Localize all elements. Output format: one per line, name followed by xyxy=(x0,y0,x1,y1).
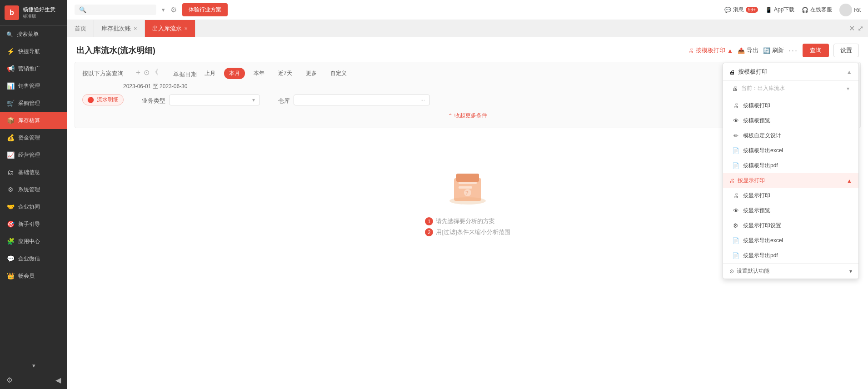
dropdown-item-display-settings[interactable]: ⚙ 按显示打印设置 xyxy=(723,218,858,233)
online-service-button[interactable]: 🎧 在线客服 xyxy=(802,6,832,14)
close-all-icon[interactable]: ✕ xyxy=(849,24,855,33)
sidebar-item-label: 销售管理 xyxy=(18,82,40,90)
refresh-button[interactable]: 🔄 刷新 xyxy=(763,46,784,55)
print-dropdown-menu: 🖨 按模板打印 ▲ 🖨 当前：出入库流水 ▾ 🖨 按 xyxy=(723,63,859,279)
sidebar-item-member[interactable]: 👑 畅会员 xyxy=(0,267,67,284)
topbar: 🔍 ▾ ⚙ 体验行业方案 💬 消息 99+ 📱 App下载 🎧 在线客服 xyxy=(67,0,868,20)
export-button[interactable]: 📤 导出 xyxy=(738,46,758,55)
sidebar-item-quick-nav[interactable]: ⚡ 快捷导航 xyxy=(0,43,67,60)
sidebar-scroll-down[interactable]: ▾ xyxy=(0,360,67,371)
filter-settings-icon[interactable]: ⊙ xyxy=(144,68,150,77)
hint-text-2: 用[过滤]条件来缩小分析范围 xyxy=(436,228,510,236)
display-pdf-label: 按显示导出pdf xyxy=(743,252,778,259)
topbar-settings-icon[interactable]: ⚙ xyxy=(170,5,177,14)
sidebar-item-system[interactable]: ⚙ 系统管理 xyxy=(0,181,67,198)
svg-text:?: ? xyxy=(465,190,469,196)
quick-nav-icon: ⚡ xyxy=(6,47,15,55)
dropdown-display-section-header[interactable]: 🖨 按显示打印 ▲ xyxy=(723,173,858,188)
warehouse-select[interactable]: ··· xyxy=(294,95,430,105)
message-icon: 💬 xyxy=(724,7,731,13)
sidebar-item-guide[interactable]: 🎯 新手引导 xyxy=(0,215,67,233)
scheme-chip[interactable]: 🔴 流水明细 xyxy=(82,94,124,105)
dropdown-item-template-excel[interactable]: 📄 按模板导出excel xyxy=(723,143,858,158)
export-btn-label: 导出 xyxy=(747,46,758,55)
search-button[interactable]: 查询 xyxy=(803,44,829,57)
sidebar-item-marketing[interactable]: 📢 营销推广 xyxy=(0,60,67,77)
version-label: 标准版 xyxy=(23,13,55,19)
dropdown-title: 按模板打印 xyxy=(738,68,768,76)
display-section-label: 按显示打印 xyxy=(738,177,765,185)
username-label: Rit xyxy=(854,7,861,13)
sidebar-item-inventory[interactable]: 📦 库存核算 xyxy=(0,112,67,129)
sidebar-item-finance[interactable]: 💰 资金管理 xyxy=(0,129,67,146)
dropdown-item-display-preview[interactable]: 👁 按显示预览 xyxy=(723,203,858,218)
sidebar-item-purchase[interactable]: 🛒 采购管理 xyxy=(0,95,67,112)
print-dropdown-button[interactable]: 🖨 按模板打印 ▲ xyxy=(688,46,733,55)
topbar-search-input[interactable] xyxy=(89,7,144,13)
more-options-button[interactable]: ··· xyxy=(788,46,798,55)
settings-icon[interactable]: ⚙ xyxy=(6,376,13,384)
wechat-icon: 💬 xyxy=(6,254,15,263)
dropdown-item-template-pdf[interactable]: 📄 按模板导出pdf xyxy=(723,158,858,173)
dropdown-current-item[interactable]: 🖨 当前：出入库流水 ▾ xyxy=(723,81,858,96)
date-option-7days[interactable]: 近7天 xyxy=(273,68,297,79)
template-customize-label: 模板自定义设计 xyxy=(743,132,781,140)
sidebar-item-enterprise[interactable]: 🤝 企业协同 xyxy=(0,198,67,215)
tab-home[interactable]: 首页 xyxy=(67,20,94,37)
topbar-search-box[interactable]: 🔍 xyxy=(75,5,156,15)
main-content: 🔍 ▾ ⚙ 体验行业方案 💬 消息 99+ 📱 App下载 🎧 在线客服 xyxy=(67,0,868,389)
sidebar-item-sales[interactable]: 📊 销售管理 xyxy=(0,77,67,95)
settings-button[interactable]: 设置 xyxy=(833,44,859,57)
date-option-this-month[interactable]: 本月 xyxy=(224,68,245,79)
dropdown-item-display-print[interactable]: 🖨 按显示打印 xyxy=(723,188,858,203)
date-option-more[interactable]: 更多 xyxy=(301,68,322,79)
app-download-button[interactable]: 📱 App下载 xyxy=(765,6,794,14)
dropdown-item-template-preview[interactable]: 👁 按模板预览 xyxy=(723,113,858,128)
dropdown-item-display-pdf[interactable]: 📄 按显示导出pdf xyxy=(723,248,858,263)
sidebar-item-label: 应用中心 xyxy=(18,238,40,245)
message-button[interactable]: 💬 消息 99+ xyxy=(724,6,758,14)
business-type-select[interactable]: ▾ xyxy=(169,95,260,105)
tab-flow[interactable]: 出入库流水 × xyxy=(145,20,196,37)
dropdown-item-template-print[interactable]: 🖨 按模板打印 xyxy=(723,98,858,113)
date-option-prev-month[interactable]: 上月 xyxy=(200,68,220,79)
print-btn-label: 按模板打印 xyxy=(696,46,725,55)
user-avatar[interactable]: Rit xyxy=(839,4,861,16)
sidebar-item-label: 资金管理 xyxy=(18,134,40,142)
edit-icon: ✏ xyxy=(732,132,739,140)
filter-collapse-icon[interactable]: 《 xyxy=(151,68,159,77)
sidebar-item-label: 快捷导航 xyxy=(18,48,40,55)
add-filter-icon[interactable]: ＋ xyxy=(135,68,142,77)
dropdown-toggle-icon[interactable]: ▲ xyxy=(846,69,852,75)
topbar-dropdown-icon[interactable]: ▾ xyxy=(162,6,165,13)
dropdown-footer[interactable]: ⊙ 设置默认功能 ▾ xyxy=(723,263,858,279)
tab-flow-close[interactable]: × xyxy=(185,25,188,32)
brand-name: 畅捷通好生意 xyxy=(23,6,55,14)
template-preview-label: 按模板预览 xyxy=(743,117,770,125)
dropdown-item-display-excel[interactable]: 📄 按显示导出excel xyxy=(723,233,858,248)
date-option-this-year[interactable]: 本年 xyxy=(249,68,269,79)
tab-batch[interactable]: 库存批次账 × xyxy=(94,20,145,37)
industry-solution-button[interactable]: 体验行业方案 xyxy=(182,3,228,16)
online-service-label: 在线客服 xyxy=(810,6,832,14)
message-label: 消息 xyxy=(733,6,744,14)
footer-settings-icon: ⊙ xyxy=(729,268,734,274)
pdf-icon: 📄 xyxy=(732,162,739,170)
collapse-sidebar-icon[interactable]: ◀ xyxy=(55,376,61,384)
sidebar-item-basics[interactable]: 🗂 基础信息 xyxy=(0,164,67,181)
date-option-custom[interactable]: 自定义 xyxy=(325,68,352,79)
inventory-icon: 📦 xyxy=(6,116,15,125)
purchase-icon: 🛒 xyxy=(6,99,15,107)
filter-query-label: 按以下方案查询 xyxy=(82,70,124,78)
sidebar-logo: b 畅捷通好生意 标准版 xyxy=(0,0,67,26)
chip-icon: 🔴 xyxy=(87,97,94,103)
guide-icon: 🎯 xyxy=(6,220,15,228)
dropdown-item-template-customize[interactable]: ✏ 模板自定义设计 xyxy=(723,128,858,143)
sidebar-item-operations[interactable]: 📈 经营管理 xyxy=(0,146,67,164)
sidebar-item-wechat[interactable]: 💬 企业微信 xyxy=(0,250,67,267)
expand-icon[interactable]: ⤢ xyxy=(858,24,863,33)
sidebar-search[interactable]: 🔍 搜索菜单 xyxy=(0,26,67,43)
sidebar-item-apps[interactable]: 🧩 应用中心 xyxy=(0,233,67,250)
empty-hint-1: 1 请先选择要分析的方案 xyxy=(425,217,510,225)
tab-batch-close[interactable]: × xyxy=(134,25,137,32)
